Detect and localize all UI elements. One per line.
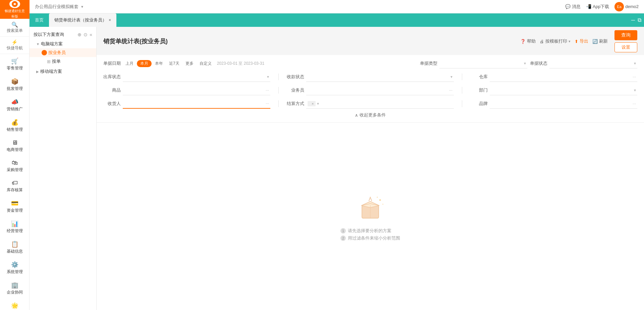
payment-tag-close-icon[interactable]: × <box>312 102 314 106</box>
query-button[interactable]: 查询 <box>614 30 637 40</box>
out-status-input[interactable]: ▾ <box>123 72 270 82</box>
sidebar-item-finance[interactable]: 💳 资金管理 <box>0 196 29 217</box>
sidebar-item-ecommerce-label: 电商管理 <box>7 147 23 153</box>
refresh-icon: 🔄 <box>592 39 598 44</box>
sidebar-quicknav[interactable]: ⚡ 快捷导航 <box>0 37 29 54</box>
sidebar-item-enterprise[interactable]: 🏢 企业协同 <box>0 278 29 299</box>
tree-mobile-label: 移动端方案 <box>40 68 62 74</box>
payment-label: 结算方式 <box>287 101 304 107</box>
collapse-section: ∧ 收起更多条件 <box>103 111 637 119</box>
app-download-label: App下载 <box>593 4 609 10</box>
marketing-icon: 📣 <box>11 98 18 106</box>
tab-close-icon[interactable]: × <box>109 18 111 22</box>
export-icon: ⬆ <box>575 39 578 44</box>
divider4 <box>462 87 462 94</box>
date-btn-this-year[interactable]: 本年 <box>152 60 166 67</box>
sidebar-item-inventory[interactable]: 🏷 库存核算 <box>0 176 29 196</box>
tab-minimize-icon[interactable]: ─ <box>631 17 635 23</box>
scheme-collapse-icon[interactable]: « <box>90 32 92 37</box>
page-title: 销货单统计表(按业务员) <box>103 37 168 45</box>
out-status-label: 出库状态 <box>103 74 121 80</box>
date-range-text: 2023-03-01 至 2023-03-31 <box>217 61 264 66</box>
divider2 <box>462 73 462 80</box>
left-panel-header: 按以下方案查询 ⊕ ⊙ « <box>30 30 96 40</box>
brand-label: 品牌 <box>470 101 488 107</box>
warehouse-input[interactable]: ··· <box>490 72 637 82</box>
divider1 <box>278 73 279 80</box>
salesman-label: 业务员 <box>287 87 304 93</box>
refresh-label: 刷新 <box>599 38 608 44</box>
download-icon: 📲 <box>586 4 591 9</box>
date-btn-7days[interactable]: 近7天 <box>166 60 182 67</box>
sidebar-item-basic[interactable]: 📋 基础信息 <box>0 237 29 258</box>
collapse-button[interactable]: ∧ 收起更多条件 <box>355 112 386 118</box>
sidebar-quicknav-label: 快捷导航 <box>0 45 29 51</box>
operation-icon: 📊 <box>11 220 18 227</box>
date-btn-more[interactable]: 更多 <box>183 60 196 67</box>
sidebar-item-ecommerce[interactable]: 🖥 电商管理 <box>0 136 29 156</box>
add-scheme-icon[interactable]: ⊕ <box>77 32 82 37</box>
sales-icon: 💰 <box>11 119 18 126</box>
salesman-input[interactable]: ··· <box>306 85 454 95</box>
divider3 <box>278 87 279 94</box>
sidebar-item-operation[interactable]: 📊 经营管理 <box>0 217 29 237</box>
collect-status-wrap: 收款状态 ▾ <box>287 72 454 82</box>
dept-input[interactable]: ▾ <box>490 85 637 95</box>
sidebar-item-sales-label: 销售管理 <box>7 127 23 133</box>
sidebar-item-purchase[interactable]: 🛍 采购管理 <box>0 156 29 176</box>
refresh-button[interactable]: 🔄 刷新 <box>592 38 608 44</box>
avatar: Ea <box>614 2 624 11</box>
sidebar-logo[interactable]: 畅捷通好生意 标版 <box>0 0 30 19</box>
sidebar-item-sales[interactable]: 💰 销售管理 <box>0 115 29 136</box>
sidebar-item-marketing[interactable]: 📣 营销推广 <box>0 95 29 115</box>
doc-status-wrap: 单据状态 ▾ <box>530 58 637 68</box>
goods-input[interactable]: ··· <box>123 85 270 95</box>
scheme-settings-icon[interactable]: ⊙ <box>84 32 88 37</box>
print-button[interactable]: 🖨 按模板打印 ▾ <box>540 38 571 44</box>
empty-state: 1 请先选择要分析的方案 2 用过滤条件来缩小分析范围 <box>340 190 400 243</box>
sidebar-item-wholesale-label: 批发管理 <box>7 86 23 92</box>
tree-salesman-item[interactable]: 按业务员 <box>30 48 96 57</box>
user-avatar-button[interactable]: Ea demo2 <box>614 2 639 11</box>
ecommerce-icon: 🖥 <box>12 139 18 146</box>
sidebar-item-wholesale[interactable]: 📦 批发管理 <box>0 74 29 95</box>
help-button[interactable]: ❓ 帮助 <box>520 38 536 44</box>
tab-restore-icon[interactable]: ⧉ <box>638 17 641 23</box>
sidebar-item-system[interactable]: ⚙️ 系统管理 <box>0 258 29 278</box>
date-filter-row: 单据日期 上月 本月 本年 近7天 更多 自定义 2023-03-01 至 20… <box>103 58 637 68</box>
collect-status-chevron: ▾ <box>450 74 452 79</box>
sidebar-item-basic-label: 基础信息 <box>7 249 23 254</box>
sidebar-item-retail[interactable]: 🛒 零售管理 <box>0 54 29 74</box>
sidebar-search[interactable]: 🔍 电脑端方案 搜索菜单 <box>0 19 29 37</box>
dept-chevron: ▾ <box>634 88 636 93</box>
app-download-button[interactable]: 📲 App下载 <box>586 4 609 10</box>
filter-row4: 收货人 ··· 结算方式 × <box>103 99 637 109</box>
enterprise-icon: 🏢 <box>11 281 18 289</box>
filter-row2: 出库状态 ▾ 收款状态 ▾ <box>103 72 637 82</box>
print-dropdown-icon[interactable]: ▾ <box>569 39 571 44</box>
tip2-text: 用过滤条件来缩小分析范围 <box>348 235 400 241</box>
doc-type-input[interactable]: ▾ <box>439 58 527 68</box>
settings-button[interactable]: 设置 <box>614 42 637 52</box>
brand-input[interactable]: ··· <box>490 99 637 109</box>
tree-mobile-schemes[interactable]: ▶ 移动端方案 <box>30 67 96 76</box>
tab-home[interactable]: 首页 <box>30 13 49 27</box>
export-button[interactable]: ⬆ 导出 <box>575 38 588 44</box>
payment-input[interactable]: × ▾ <box>306 99 454 109</box>
date-btn-this-month[interactable]: 本月 <box>137 60 152 67</box>
date-btn-last-month[interactable]: 上月 <box>123 60 136 67</box>
message-button[interactable]: 💬 消息 <box>565 4 581 10</box>
collect-status-input[interactable]: ▾ <box>306 72 454 82</box>
tree-by-order-item[interactable]: ⊞ 按单 <box>30 57 96 66</box>
date-btn-custom[interactable]: 自定义 <box>197 60 214 67</box>
tab-active[interactable]: 销货单统计表（按业务员） × <box>49 13 116 27</box>
left-panel: 按以下方案查询 ⊕ ⊙ « ▼ 电脑端方案 按业务员 ⊞ 按单 <box>30 27 97 310</box>
tree-pc-schemes[interactable]: ▼ 电脑端方案 <box>30 40 96 48</box>
newbie-icon: 🌟 <box>11 302 18 309</box>
product-dropdown-icon[interactable]: ▾ <box>81 4 83 9</box>
goods-label: 商品 <box>103 87 121 93</box>
doc-status-input[interactable]: ▾ <box>549 58 637 68</box>
receiver-wrap: 收货人 ··· <box>103 99 270 109</box>
receiver-input[interactable]: ··· <box>123 99 270 109</box>
sidebar-item-newbie[interactable]: 🌟 新手引导 <box>0 299 29 310</box>
